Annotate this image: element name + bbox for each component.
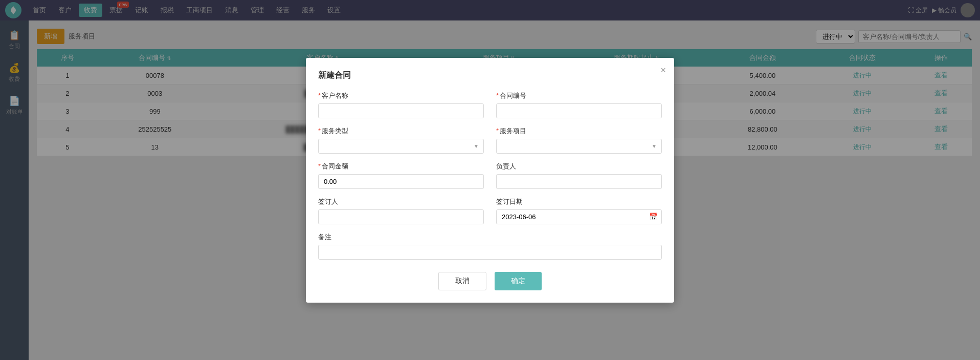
sign-date-input[interactable]	[496, 209, 662, 224]
contract-no-row: * 合同编号	[496, 91, 662, 118]
customer-name-label: * 客户名称	[318, 91, 484, 100]
modal-overlay: 新建合同 × * 客户名称 * 合同编号 *	[0, 0, 980, 360]
amount-label: * 合同金额	[318, 162, 484, 171]
service-type-row: * 服务类型	[318, 126, 484, 154]
service-item-select-wrapper	[496, 139, 662, 154]
signer-input[interactable]	[318, 209, 484, 224]
responsible-label: 负责人	[496, 162, 662, 171]
sign-date-row: 签订日期 📅	[496, 197, 662, 224]
modal-close-button[interactable]: ×	[660, 65, 666, 76]
service-item-row: * 服务项目	[496, 126, 662, 154]
contract-no-input[interactable]	[496, 103, 662, 118]
responsible-row: 负责人	[496, 162, 662, 189]
service-item-label: * 服务项目	[496, 126, 662, 136]
amount-row: * 合同金额	[318, 162, 484, 189]
confirm-button[interactable]: 确定	[495, 272, 542, 290]
responsible-input[interactable]	[496, 174, 662, 189]
modal-title: 新建合同	[318, 70, 662, 81]
service-type-select[interactable]	[318, 139, 484, 154]
form-grid: * 客户名称 * 合同编号 * 服务类型	[318, 91, 662, 260]
signer-label: 签订人	[318, 197, 484, 206]
remarks-label: 备注	[318, 232, 662, 242]
remarks-input[interactable]	[318, 245, 662, 260]
contract-no-label: * 合同编号	[496, 91, 662, 100]
sign-date-wrapper: 📅	[496, 209, 662, 224]
signer-row: 签订人	[318, 197, 484, 224]
service-type-label: * 服务类型	[318, 126, 484, 136]
remarks-row: 备注	[318, 232, 662, 260]
customer-name-input[interactable]	[318, 103, 484, 118]
modal-footer: 取消 确定	[318, 272, 662, 290]
calendar-icon[interactable]: 📅	[649, 213, 658, 221]
cancel-button[interactable]: 取消	[438, 272, 486, 290]
customer-name-row: * 客户名称	[318, 91, 484, 118]
sign-date-label: 签订日期	[496, 197, 662, 206]
amount-input[interactable]	[318, 174, 484, 189]
new-contract-modal: 新建合同 × * 客户名称 * 合同编号 *	[306, 58, 674, 303]
service-item-select[interactable]	[496, 139, 662, 154]
service-type-select-wrapper	[318, 139, 484, 154]
